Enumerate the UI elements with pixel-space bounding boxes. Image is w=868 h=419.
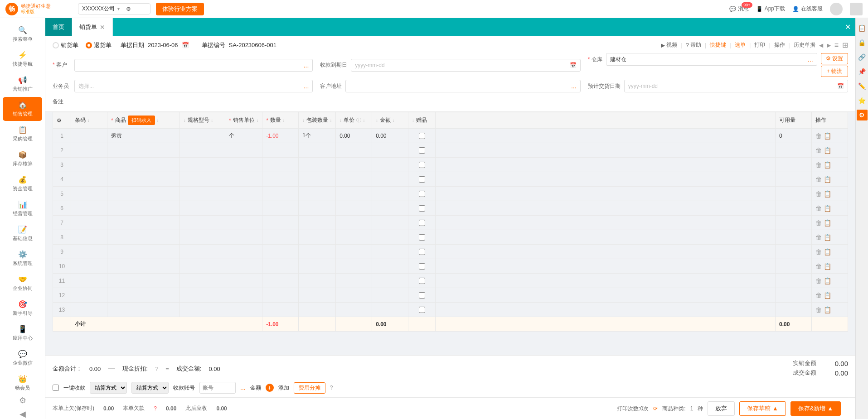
- fee-help-icon[interactable]: ?: [330, 385, 333, 391]
- delete-icon[interactable]: 🗑: [815, 292, 822, 299]
- row-unit-1[interactable]: 个: [225, 129, 262, 143]
- gift-checkbox[interactable]: [419, 234, 425, 241]
- delete-icon[interactable]: 🗑: [815, 277, 822, 284]
- copy-icon[interactable]: 📋: [824, 248, 831, 255]
- customer-more-icon[interactable]: ...: [304, 62, 309, 69]
- row-barcode-1[interactable]: [71, 129, 107, 143]
- video-action[interactable]: ▶ 视频: [661, 41, 677, 49]
- row-price-2[interactable]: [336, 143, 372, 158]
- gear-icon[interactable]: ⚙: [126, 6, 131, 12]
- gift-checkbox[interactable]: [419, 176, 425, 183]
- gift-checkbox-1[interactable]: [419, 133, 425, 139]
- shortcut-action[interactable]: 快捷键: [710, 41, 726, 49]
- sidebar-item-guide[interactable]: 🎯 新手引导: [3, 296, 42, 320]
- right-panel-note[interactable]: 📋: [857, 23, 868, 34]
- copy-icon[interactable]: 📋: [824, 277, 831, 284]
- copy-icon-2[interactable]: 📋: [824, 147, 831, 154]
- copy-icon[interactable]: 📋: [824, 176, 831, 183]
- right-panel-edit[interactable]: ✏️: [857, 81, 868, 92]
- row-gift-1[interactable]: [408, 129, 436, 143]
- delete-icon[interactable]: 🗑: [815, 219, 822, 226]
- user-menu-icon[interactable]: [850, 3, 863, 15]
- delete-icon[interactable]: 🗑: [815, 234, 822, 241]
- gift-checkbox[interactable]: [419, 220, 425, 226]
- view-grid-icon[interactable]: ⊞: [842, 41, 848, 49]
- add-payment-button[interactable]: +: [266, 384, 274, 392]
- abandon-button[interactable]: 放弃: [708, 401, 735, 416]
- message-button[interactable]: 💬 消息 99+: [729, 5, 749, 13]
- sidebar-item-finance[interactable]: 💰 资金管理: [3, 172, 42, 196]
- copy-icon[interactable]: 📋: [824, 190, 831, 197]
- row-product-1[interactable]: 拆贡: [107, 129, 180, 143]
- row-packqty-2[interactable]: [299, 143, 336, 158]
- close-all-icon[interactable]: ✕: [845, 23, 851, 31]
- row-packqty-1[interactable]: 1个: [299, 129, 336, 143]
- row-qty-1[interactable]: -1.00: [262, 129, 299, 143]
- row-gift-2[interactable]: [408, 143, 436, 158]
- gift-checkbox[interactable]: [419, 292, 425, 299]
- copy-icon[interactable]: 📋: [824, 292, 831, 299]
- salesperson-more-icon[interactable]: ...: [304, 82, 309, 90]
- user-avatar[interactable]: [830, 3, 843, 15]
- right-panel-star[interactable]: ⭐: [857, 95, 868, 106]
- delete-icon[interactable]: 🗑: [815, 190, 822, 197]
- delete-icon[interactable]: 🗑: [815, 176, 822, 183]
- account-more-icon[interactable]: ...: [240, 384, 246, 391]
- experience-button[interactable]: 体验行业方案: [156, 3, 204, 15]
- print-action[interactable]: 打印: [754, 41, 765, 49]
- right-panel-link[interactable]: 🔗: [857, 52, 868, 63]
- logistics-button[interactable]: + 物流: [821, 66, 848, 77]
- copy-icon[interactable]: 📋: [824, 205, 831, 212]
- sidebar-item-purchase[interactable]: 📋 采购管理: [3, 122, 42, 146]
- calendar-due-icon[interactable]: 📅: [570, 62, 577, 68]
- delete-icon[interactable]: 🗑: [815, 161, 822, 169]
- one-click-checkbox[interactable]: [53, 385, 59, 391]
- warehouse-more-icon[interactable]: ...: [808, 56, 813, 63]
- row-amount-1[interactable]: 0.00: [372, 129, 408, 143]
- sidebar-item-appstore[interactable]: 📱 应用中心: [3, 321, 42, 345]
- help-action[interactable]: ? 帮助: [686, 41, 701, 49]
- sidebar-item-inventory[interactable]: 📦 库存核算: [3, 147, 42, 171]
- scan-button[interactable]: 扫码录入: [128, 116, 155, 125]
- account-input[interactable]: [199, 382, 236, 394]
- sidebar-item-system[interactable]: ⚙️ 系统管理: [3, 246, 42, 270]
- row-qty-2[interactable]: [262, 143, 299, 158]
- gift-checkbox[interactable]: [419, 249, 425, 255]
- gift-checkbox[interactable]: [419, 162, 425, 168]
- right-panel-lock[interactable]: 🔒: [857, 37, 868, 48]
- right-panel-pin[interactable]: 📌: [857, 66, 868, 77]
- save-new-button[interactable]: 保存&新增 ▲: [790, 401, 841, 416]
- sidebar-item-shortcut[interactable]: ⚡ 快捷导航: [3, 47, 42, 71]
- row-spec-1[interactable]: [180, 129, 225, 143]
- row-amount-2[interactable]: [372, 143, 408, 158]
- delete-icon[interactable]: 🗑: [815, 306, 822, 313]
- settings-button[interactable]: ⚙ 设置: [821, 53, 848, 64]
- address-more-icon[interactable]: ...: [571, 82, 577, 90]
- warehouse-input[interactable]: 建材仓 ...: [606, 53, 817, 66]
- sidebar-item-marketing[interactable]: 📢 营销推广: [3, 72, 42, 96]
- copy-icon[interactable]: 📋: [824, 306, 831, 313]
- copy-icon[interactable]: 📋: [824, 263, 831, 270]
- radio-return[interactable]: 退货单: [86, 41, 112, 49]
- row-product-2[interactable]: [107, 143, 180, 158]
- select-action[interactable]: 选单: [735, 41, 746, 49]
- history-action[interactable]: 历史单据: [794, 41, 815, 49]
- sidebar-item-operations[interactable]: 📊 经营管理: [3, 197, 42, 221]
- delete-icon-2[interactable]: 🗑: [815, 147, 822, 154]
- payment-method-select[interactable]: 结算方式: [90, 382, 127, 394]
- calendar-expected-icon[interactable]: 📅: [837, 83, 844, 89]
- col-header-settings[interactable]: ⚙: [53, 112, 71, 129]
- due-date-input[interactable]: yyyy-mm-dd 📅: [351, 59, 580, 72]
- sidebar-item-basics[interactable]: 📝 基础信息: [3, 222, 42, 246]
- copy-icon[interactable]: 📋: [824, 219, 831, 226]
- delete-icon[interactable]: 🗑: [815, 263, 822, 270]
- gift-checkbox[interactable]: [419, 205, 425, 212]
- tab-sales-order[interactable]: 销货单 ✕: [72, 18, 113, 36]
- app-download-button[interactable]: 📱 App下载: [756, 5, 785, 13]
- gift-checkbox[interactable]: [419, 191, 425, 197]
- sidebar-item-search[interactable]: 🔍 搜索菜单: [3, 22, 42, 46]
- expected-date-input[interactable]: yyyy-mm-dd 📅: [624, 80, 848, 92]
- gift-checkbox[interactable]: [419, 307, 425, 313]
- help-discount-icon[interactable]: ?: [155, 366, 158, 372]
- save-draft-button[interactable]: 保存草稿 ▲: [739, 401, 786, 416]
